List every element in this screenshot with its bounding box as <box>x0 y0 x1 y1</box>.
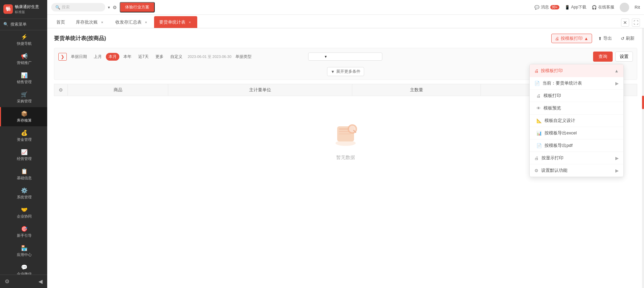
app-version: 标准版 <box>15 10 39 14</box>
tab-bar: 首页 库存批次账 × 收发存汇总表 × 要货单统计表 × ✕ ⛶ <box>47 15 644 28</box>
app-download-button[interactable]: 📱 App下载 <box>565 4 586 10</box>
tab-receipt-summary[interactable]: 收发存汇总表 × <box>110 16 153 28</box>
tab-close-button[interactable]: ✕ <box>621 19 629 27</box>
dropdown-chevron-up[interactable]: ▲ <box>614 68 619 73</box>
empty-text: 暂无数据 <box>336 155 355 161</box>
template-excel-icon: 📊 <box>536 131 542 136</box>
username: Rit <box>635 5 640 10</box>
template-pdf-icon: 📄 <box>536 143 542 148</box>
topbar-dropdown-arrow[interactable]: ▾ <box>108 5 110 10</box>
newbie-icon: 🎯 <box>21 226 28 232</box>
sidebar-search-section[interactable]: 🔍 搜索菜单 <box>0 19 47 30</box>
sidebar-item-newbie[interactable]: 🎯 新手引导 <box>0 222 47 242</box>
online-service-button[interactable]: 🎧 在线客服 <box>592 4 614 10</box>
page-content: 要货单统计表(按商品) 🖨 按模板打印 ▲ ⬆ 导出 ↺ 刷新 <box>47 28 644 288</box>
topbar-search[interactable]: 🔍 搜索 <box>51 3 105 11</box>
sidebar-item-basics[interactable]: 📋 基础信息 <box>0 165 47 184</box>
template-print-label: 模板打印 <box>544 93 561 99</box>
print-template-label: 按模板打印 <box>561 35 583 41</box>
date-filter-label: 单据日期 <box>71 54 87 60</box>
dropdown-current-template[interactable]: 📄 当前：要货单统计表 ▶ <box>530 77 623 90</box>
empty-illustration <box>329 116 362 150</box>
avatar[interactable] <box>620 3 629 12</box>
template-design-label: 模板自定义设计 <box>545 118 575 124</box>
refresh-button[interactable]: ↺ 刷新 <box>618 34 637 43</box>
export-button[interactable]: ⬆ 导出 <box>595 34 615 43</box>
sidebar-item-inventory[interactable]: 📦 库存核算 <box>0 107 47 126</box>
sidebar-label-purchase: 采购管理 <box>17 99 32 104</box>
col-settings[interactable]: ⚙ <box>54 84 68 96</box>
app-name: 畅康通好生意 <box>15 4 39 10</box>
topbar-gear-icon[interactable]: ⚙ <box>113 5 117 10</box>
appstore-icon: 🏪 <box>21 245 28 251</box>
trial-button[interactable]: 体验行业方案 <box>120 2 155 12</box>
sidebar-item-wechat[interactable]: 💬 企业微信 <box>0 261 47 275</box>
query-button[interactable]: 查询 <box>593 52 613 62</box>
type-select[interactable]: ▾ <box>308 53 382 61</box>
settings-button[interactable]: 设置 <box>615 52 633 62</box>
tab-order-stats[interactable]: 要货单统计表 × <box>154 16 197 28</box>
dropdown-template-design[interactable]: 📐 模板自定义设计 <box>530 115 623 127</box>
expand-icon: ▼ <box>331 69 335 74</box>
type-filter-label: 单据类型 <box>235 54 252 59</box>
dropdown-template-excel[interactable]: 📊 按模板导出excel <box>530 127 623 139</box>
svg-rect-3 <box>339 131 349 132</box>
tab-home[interactable]: 首页 <box>51 16 70 28</box>
dropdown-template-print[interactable]: 🖨 模板打印 <box>530 90 623 102</box>
page-title: 要货单统计表(按商品) <box>54 35 106 42</box>
sidebar-item-purchase[interactable]: 🛒 采购管理 <box>0 88 47 107</box>
dropdown-template-pdf[interactable]: 📄 按模板导出pdf <box>530 139 623 152</box>
sidebar-item-sales[interactable]: 📊 销售管理 <box>0 69 47 88</box>
date-btn-last-month[interactable]: 上月 <box>91 53 105 61</box>
message-button[interactable]: 💬 消息 99+ <box>534 4 559 10</box>
app-label: App下载 <box>571 4 586 10</box>
date-btn-more[interactable]: 更多 <box>153 53 166 61</box>
template-excel-label: 按模板导出excel <box>545 130 577 136</box>
tab-home-label: 首页 <box>56 19 65 25</box>
sidebar-item-business[interactable]: 📈 经营管理 <box>0 146 47 165</box>
system-icon: ⚙️ <box>21 187 28 194</box>
template-pdf-label: 按模板导出pdf <box>545 142 573 149</box>
dropdown-display-print[interactable]: 🖨 按显示打印 ▶ <box>530 152 623 164</box>
settings-footer-icon[interactable]: ⚙ <box>5 278 9 285</box>
date-range-display: 2023-06-01 至 2023-06-30 <box>188 54 232 59</box>
dropdown-header-right: ▲ <box>614 68 619 73</box>
tab-inventory-batch-close[interactable]: × <box>100 20 105 25</box>
sidebar-item-finance[interactable]: 💰 资金管理 <box>0 126 47 146</box>
dropdown-set-default[interactable]: ⚙ 设置默认功能 ▶ <box>530 164 623 177</box>
tab-order-stats-label: 要货单统计表 <box>159 19 185 25</box>
print-template-button[interactable]: 🖨 按模板打印 ▲ <box>551 34 592 43</box>
dropdown-printer-icon: 🖨 <box>534 68 539 73</box>
sidebar-item-quick-nav[interactable]: ⚡ 快捷导航 <box>0 30 47 50</box>
printer-icon: 🖨 <box>555 36 559 41</box>
tab-order-stats-close[interactable]: × <box>187 20 192 25</box>
audio-footer-icon[interactable]: ◀ <box>38 278 42 285</box>
sidebar-item-marketing[interactable]: 📢 营销推广 <box>0 50 47 69</box>
type-filter-group: 单据类型 <box>235 54 303 60</box>
svg-rect-4 <box>339 133 351 134</box>
tab-inventory-batch[interactable]: 库存批次账 × <box>71 16 110 28</box>
set-default-label: 设置默认功能 <box>541 167 567 173</box>
sidebar-label-marketing: 营销推广 <box>17 60 32 65</box>
filter-expand-left[interactable]: ❯ <box>58 53 67 61</box>
date-btn-this-year[interactable]: 本年 <box>121 53 134 61</box>
search-menu-button[interactable]: 🔍 搜索菜单 <box>3 22 44 27</box>
tab-receipt-summary-close[interactable]: × <box>144 20 148 25</box>
expand-more-conditions-button[interactable]: ▼ 展开更多条件 <box>327 67 364 76</box>
sidebar-item-collab[interactable]: 🤝 企业协同 <box>0 203 47 222</box>
logo-icon: 畅 <box>3 4 13 14</box>
table-settings-icon[interactable]: ⚙ <box>59 87 63 93</box>
sidebar-item-appstore[interactable]: 🏪 应用中心 <box>0 242 47 261</box>
page-inner: 要货单统计表(按商品) 🖨 按模板打印 ▲ ⬆ 导出 ↺ 刷新 <box>47 28 644 288</box>
tab-maximize-button[interactable]: ⛶ <box>632 19 640 27</box>
scrollbar-thumb[interactable] <box>642 96 644 109</box>
date-btn-7days[interactable]: 近7天 <box>136 53 151 61</box>
date-btn-custom[interactable]: 自定义 <box>168 53 185 61</box>
sidebar-item-system[interactable]: ⚙️ 系统管理 <box>0 184 47 203</box>
service-icon: 🎧 <box>592 5 597 10</box>
type-select-arrow: ▾ <box>325 54 327 59</box>
dropdown-template-preview[interactable]: 👁 模板预览 <box>530 102 623 115</box>
template-design-icon: 📐 <box>536 118 542 123</box>
date-btn-this-month[interactable]: 本月 <box>106 53 119 61</box>
dropdown-header-left: 🖨 按模板打印 <box>534 68 563 74</box>
